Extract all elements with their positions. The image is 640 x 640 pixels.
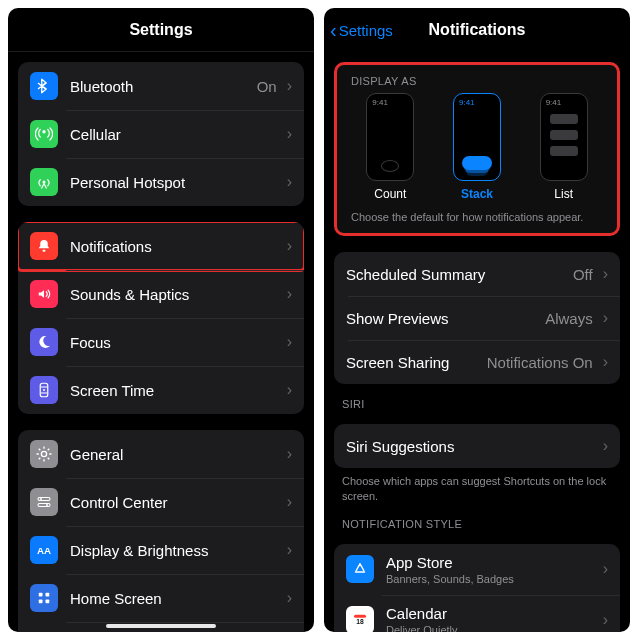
nav-title: Settings xyxy=(129,21,192,39)
navbar: Settings xyxy=(8,8,314,52)
settings-row-app-store[interactable]: App StoreBanners, Sounds, Badges› xyxy=(334,544,620,595)
chevron-right-icon: › xyxy=(287,445,292,463)
settings-row-siri-suggestions[interactable]: Siri Suggestions› xyxy=(334,424,620,468)
phone-preview-icon: 9:41 xyxy=(540,93,588,181)
chevron-right-icon: › xyxy=(287,589,292,607)
row-label: Show Previews xyxy=(346,310,545,327)
settings-row-home-screen[interactable]: Home Screen› xyxy=(18,574,304,622)
home-indicator[interactable] xyxy=(106,624,216,628)
row-label: App Store xyxy=(386,554,597,571)
hotspot-icon xyxy=(30,168,58,196)
settings-row-control-center[interactable]: Control Center› xyxy=(18,478,304,526)
row-label: Screen Time xyxy=(70,382,281,399)
settings-group: General›Control Center›AADisplay & Brigh… xyxy=(18,430,304,632)
settings-row-calendar[interactable]: 18CalendarDeliver Quietly› xyxy=(334,595,620,632)
settings-row-cellular[interactable]: Cellular› xyxy=(18,110,304,158)
chevron-right-icon: › xyxy=(603,437,608,455)
calendar-icon: 18 xyxy=(346,606,374,632)
settings-group: Notifications›Sounds & Haptics›Focus›Scr… xyxy=(18,222,304,414)
display-as-stack[interactable]: 9:41Stack xyxy=(438,93,517,201)
section-header: SIRI xyxy=(324,384,630,414)
bell-icon xyxy=(30,232,58,260)
row-label: Notifications xyxy=(70,238,281,255)
chevron-right-icon: › xyxy=(287,173,292,191)
row-label: Control Center xyxy=(70,494,281,511)
display-as-list[interactable]: 9:41List xyxy=(524,93,603,201)
svg-rect-19 xyxy=(39,593,43,597)
row-label: Calendar xyxy=(386,605,597,622)
row-label: Sounds & Haptics xyxy=(70,286,281,303)
settings-row-sounds-haptics[interactable]: Sounds & Haptics› xyxy=(18,270,304,318)
back-label: Settings xyxy=(339,22,393,39)
switches-icon xyxy=(30,488,58,516)
row-label: Home Screen xyxy=(70,590,281,607)
notification-style-group: App StoreBanners, Sounds, Badges›18Calen… xyxy=(334,544,620,632)
row-label: Display & Brightness xyxy=(70,542,281,559)
row-value: Off xyxy=(573,266,593,283)
row-label: Siri Suggestions xyxy=(346,438,597,455)
settings-row-notifications[interactable]: Notifications› xyxy=(18,222,304,270)
svg-rect-22 xyxy=(46,600,50,604)
chevron-right-icon: › xyxy=(603,309,608,327)
cellular-icon xyxy=(30,120,58,148)
section-footer: Choose which apps can suggest Shortcuts … xyxy=(324,468,630,504)
svg-point-0 xyxy=(42,130,45,133)
chevron-right-icon: › xyxy=(287,77,292,95)
svg-rect-2 xyxy=(43,250,46,252)
chevron-right-icon: › xyxy=(287,541,292,559)
option-label: Count xyxy=(374,187,406,201)
settings-row-screen-time[interactable]: Screen Time› xyxy=(18,366,304,414)
svg-line-13 xyxy=(48,449,50,451)
row-subtitle: Banners, Sounds, Badges xyxy=(386,573,597,585)
timer-icon xyxy=(30,376,58,404)
grid-icon xyxy=(30,584,58,612)
section-footer: Choose the default for how notifications… xyxy=(347,201,607,223)
settings-screen: Settings BluetoothOn›Cellular›Personal H… xyxy=(8,8,314,632)
svg-point-15 xyxy=(40,498,42,500)
appstore-icon xyxy=(346,555,374,583)
row-label: General xyxy=(70,446,281,463)
row-label: Focus xyxy=(70,334,281,351)
row-label: Scheduled Summary xyxy=(346,266,573,283)
settings-row-personal-hotspot[interactable]: Personal Hotspot› xyxy=(18,158,304,206)
notifications-screen: ‹ Settings Notifications DISPLAY AS9:41C… xyxy=(324,8,630,632)
settings-row-screen-sharing[interactable]: Screen SharingNotifications On› xyxy=(334,340,620,384)
chevron-right-icon: › xyxy=(287,125,292,143)
option-label: Stack xyxy=(461,187,493,201)
svg-point-4 xyxy=(43,389,45,391)
chevron-right-icon: › xyxy=(603,265,608,283)
settings-row-bluetooth[interactable]: BluetoothOn› xyxy=(18,62,304,110)
svg-line-11 xyxy=(48,458,50,460)
settings-row-focus[interactable]: Focus› xyxy=(18,318,304,366)
row-value: Notifications On xyxy=(487,354,593,371)
row-subtitle: Deliver Quietly xyxy=(386,624,597,632)
aa-icon: AA xyxy=(30,536,58,564)
svg-point-17 xyxy=(46,504,48,506)
display-as-count[interactable]: 9:41Count xyxy=(351,93,430,201)
row-label: Cellular xyxy=(70,126,281,143)
chevron-left-icon: ‹ xyxy=(330,20,337,40)
gear-icon xyxy=(30,440,58,468)
row-label: Personal Hotspot xyxy=(70,174,281,191)
svg-line-10 xyxy=(39,449,41,451)
chevron-right-icon: › xyxy=(603,611,608,629)
row-value: Always xyxy=(545,310,593,327)
settings-group: BluetoothOn›Cellular›Personal Hotspot› xyxy=(18,62,304,206)
svg-text:AA: AA xyxy=(37,545,51,556)
svg-rect-20 xyxy=(46,593,50,597)
chevron-right-icon: › xyxy=(603,560,608,578)
row-value: On xyxy=(257,78,277,95)
settings-row-display-brightness[interactable]: AADisplay & Brightness› xyxy=(18,526,304,574)
svg-text:18: 18 xyxy=(356,618,364,625)
row-label: Screen Sharing xyxy=(346,354,487,371)
back-button[interactable]: ‹ Settings xyxy=(330,8,393,52)
svg-rect-14 xyxy=(38,498,50,501)
phone-preview-icon: 9:41 xyxy=(453,93,501,181)
settings-row-scheduled-summary[interactable]: Scheduled SummaryOff› xyxy=(334,252,620,296)
chevron-right-icon: › xyxy=(287,285,292,303)
settings-row-general[interactable]: General› xyxy=(18,430,304,478)
settings-row-show-previews[interactable]: Show PreviewsAlways› xyxy=(334,296,620,340)
svg-line-12 xyxy=(39,458,41,460)
focus-icon xyxy=(30,328,58,356)
bluetooth-icon xyxy=(30,72,58,100)
